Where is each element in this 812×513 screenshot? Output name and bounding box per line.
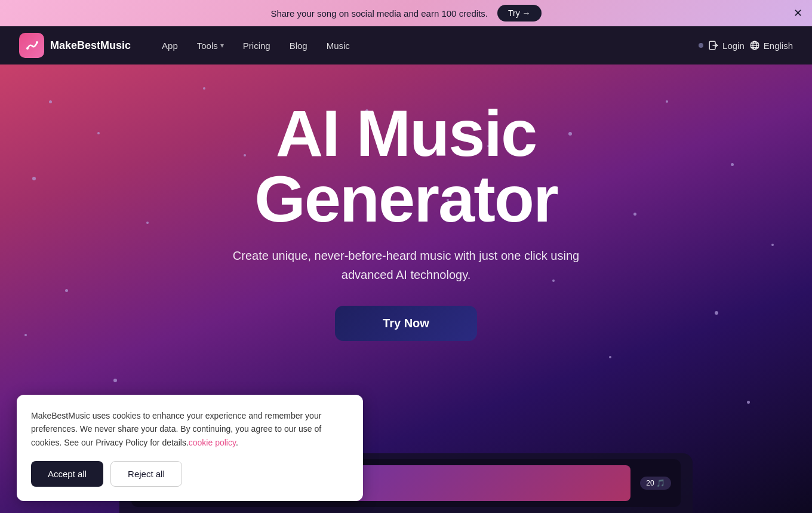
login-button[interactable]: Login xyxy=(708,40,745,51)
announcement-text: Share your song on social media and earn… xyxy=(270,8,488,19)
svg-point-0 xyxy=(26,47,29,50)
nav-tools[interactable]: Tools ▾ xyxy=(190,37,231,54)
announcement-cta[interactable]: Try → xyxy=(497,5,542,21)
hero-title: AI Music Generator xyxy=(254,100,558,232)
language-button[interactable]: English xyxy=(749,40,793,51)
nav-pricing[interactable]: Pricing xyxy=(236,37,278,54)
reject-all-button[interactable]: Reject all xyxy=(110,461,182,487)
nav-music[interactable]: Music xyxy=(319,37,357,54)
accept-all-button[interactable]: Accept all xyxy=(31,461,103,487)
cookie-text: MakeBestMusic uses cookies to enhance yo… xyxy=(31,409,349,449)
navbar: MakeBestMusic App Tools ▾ Pricing Blog M… xyxy=(0,26,812,64)
hero-cta-button[interactable]: Try Now xyxy=(335,306,477,341)
svg-point-1 xyxy=(36,41,38,44)
cookie-policy-link[interactable]: cookie policy xyxy=(189,438,236,447)
announcement-bar: Share your song on social media and earn… xyxy=(0,0,812,26)
cookie-buttons: Accept all Reject all xyxy=(31,461,349,487)
language-label: English xyxy=(764,41,793,51)
nav-right: Login English xyxy=(699,40,793,51)
cookie-banner: MakeBestMusic uses cookies to enhance yo… xyxy=(17,395,363,501)
nav-dot-decoration xyxy=(699,43,703,48)
hero-subtitle: Create unique, never-before-heard music … xyxy=(215,246,597,284)
tools-chevron: ▾ xyxy=(220,41,224,50)
nav-blog[interactable]: Blog xyxy=(282,37,315,54)
login-label: Login xyxy=(722,41,745,51)
logo-icon xyxy=(19,33,44,58)
nav-app[interactable]: App xyxy=(155,37,185,54)
nav-links: App Tools ▾ Pricing Blog Music xyxy=(155,37,699,54)
credits-badge: 20 🎵 xyxy=(640,477,671,490)
logo-name: MakeBestMusic xyxy=(50,39,131,52)
close-announcement-button[interactable]: ✕ xyxy=(793,8,802,19)
logo-area[interactable]: MakeBestMusic xyxy=(19,33,131,58)
